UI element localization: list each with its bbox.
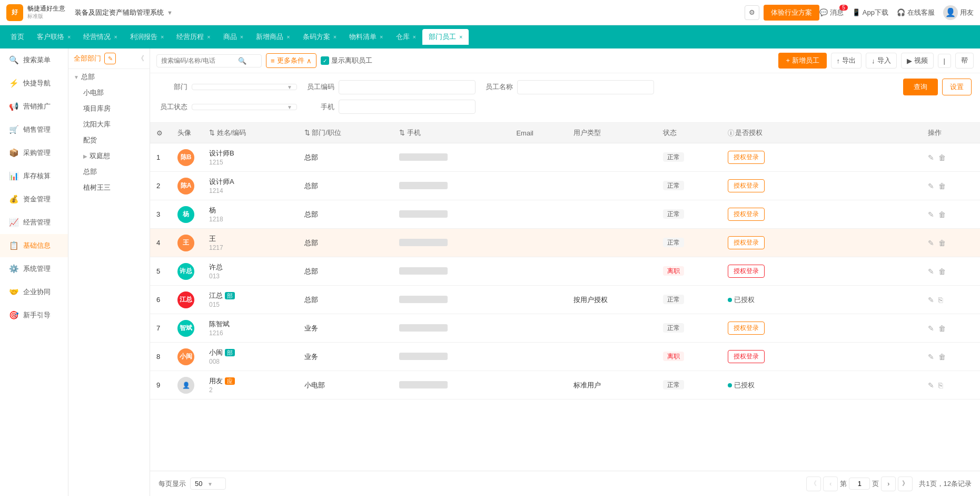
delete-icon[interactable]: 🗑	[938, 153, 946, 162]
add-employee-button[interactable]: + 新增员工	[778, 53, 826, 69]
more-filter-button[interactable]: ≡ 更多条件 ∧	[266, 53, 316, 68]
col-name[interactable]: ⇅ 姓名/编码	[203, 123, 298, 143]
emp-code-input[interactable]	[339, 80, 476, 94]
sidebar-item-marketing[interactable]: 📢 营销推广	[0, 95, 68, 118]
dept-item-shenyang[interactable]: 沈阳大库	[68, 116, 150, 132]
tab-profit[interactable]: 利润报告 ×	[124, 29, 170, 45]
first-page-button[interactable]: 《	[806, 476, 821, 491]
delete-icon[interactable]: 🗑	[938, 353, 946, 361]
dept-item-distribution[interactable]: 配货	[68, 132, 150, 148]
edit-icon[interactable]: ✎	[928, 210, 934, 219]
view-button[interactable]: ▶ 视频	[901, 53, 934, 69]
edit-icon[interactable]: ✎	[928, 239, 934, 247]
next-page-button[interactable]: ›	[881, 476, 896, 491]
edit-icon[interactable]: ✎	[928, 353, 934, 361]
tab-addgoods[interactable]: 新增商品 ×	[250, 29, 296, 45]
dept-edit-button[interactable]: ✎	[104, 53, 116, 64]
sidebar-item-collab[interactable]: 🤝 企业协同	[0, 280, 68, 304]
copy-icon[interactable]: ⎘	[938, 381, 943, 390]
tab-staff[interactable]: 部门员工 ×	[422, 29, 469, 45]
tab-bom[interactable]: 物料清单 ×	[343, 29, 389, 45]
online-service-button[interactable]: 🎧 在线客服	[897, 8, 935, 17]
auth-button[interactable]: 授权登录	[728, 179, 765, 192]
tab-operation[interactable]: 经营情况 ×	[77, 29, 123, 45]
copy-icon[interactable]: ⎘	[938, 296, 943, 304]
delete-icon[interactable]: 🗑	[938, 182, 946, 190]
sidebar-item-system[interactable]: ⚙️ 系统管理	[0, 257, 68, 280]
trial-button[interactable]: 体验行业方案	[764, 5, 819, 21]
tab-addgoods-close[interactable]: ×	[286, 34, 290, 40]
tab-operation-close[interactable]: ×	[114, 34, 117, 40]
col-dept[interactable]: ⇅ 部门/职位	[298, 123, 393, 143]
tab-warehouse-close[interactable]: ×	[413, 34, 416, 40]
tab-warehouse[interactable]: 仓库 ×	[390, 29, 422, 45]
tab-home[interactable]: 首页	[4, 29, 31, 45]
tab-history[interactable]: 经营历程 ×	[170, 29, 216, 45]
sidebar-item-finance[interactable]: 💰 资金管理	[0, 188, 68, 211]
emp-name-input[interactable]	[517, 80, 654, 94]
per-page-select[interactable]: 50 ▼	[190, 478, 226, 490]
more-options-button[interactable]: 帮	[955, 53, 974, 69]
tab-customer-close[interactable]: ×	[67, 34, 71, 40]
prev-page-button[interactable]: ‹	[823, 476, 838, 491]
dept-select[interactable]: ▼	[192, 84, 297, 90]
sidebar-item-sales[interactable]: 🛒 销售管理	[0, 118, 68, 141]
help-button[interactable]: |	[938, 54, 951, 68]
search-input[interactable]	[161, 57, 235, 64]
sidebar-item-search[interactable]: 🔍 搜索菜单	[0, 48, 68, 72]
auth-button[interactable]: 授权登录	[728, 265, 765, 278]
auth-button[interactable]: 授权登录	[728, 350, 765, 363]
dept-item-electronics[interactable]: 小电部	[68, 85, 150, 101]
tab-staff-close[interactable]: ×	[459, 34, 462, 40]
status-select[interactable]: ▼	[192, 104, 297, 110]
dept-all-label[interactable]: 全部部门	[74, 54, 101, 63]
messages-button[interactable]: 💬 消息 5	[819, 8, 844, 17]
import-button[interactable]: ↓ 导入	[866, 53, 897, 69]
dept-item-shuangting[interactable]: ▶ 双庭想	[68, 148, 150, 164]
tab-customer[interactable]: 客户联络 ×	[31, 29, 77, 45]
edit-icon[interactable]: ✎	[928, 153, 934, 162]
set-button[interactable]: 设置	[942, 79, 972, 95]
app-download-button[interactable]: 📱 App下载	[852, 8, 888, 17]
dept-item-projectroom[interactable]: 项目库房	[68, 101, 150, 116]
tab-barcode[interactable]: 条码方案 ×	[296, 29, 343, 45]
delete-icon[interactable]: 🗑	[938, 267, 946, 276]
edit-icon[interactable]: ✎	[928, 267, 934, 276]
dept-item-planting[interactable]: 植树王三	[68, 180, 150, 196]
edit-icon[interactable]: ✎	[928, 381, 934, 390]
phone-input[interactable]	[339, 100, 476, 114]
edit-icon[interactable]: ✎	[928, 182, 934, 190]
delete-icon[interactable]: 🗑	[938, 324, 946, 333]
settings-button[interactable]: ⚙	[745, 5, 759, 20]
auth-button[interactable]: 授权登录	[728, 208, 765, 221]
sidebar-item-operation[interactable]: 📈 经营管理	[0, 211, 68, 234]
tab-goods-close[interactable]: ×	[240, 34, 243, 40]
page-input[interactable]	[849, 478, 870, 490]
auth-button[interactable]: 授权登录	[728, 322, 765, 335]
sidebar-item-inventory[interactable]: 📊 库存核算	[0, 164, 68, 188]
auth-button[interactable]: 授权登录	[728, 151, 765, 164]
show-resigned-checkbox[interactable]: ✓ 显示离职员工	[321, 56, 372, 65]
sidebar-item-purchase[interactable]: 📦 采购管理	[0, 141, 68, 164]
tab-profit-close[interactable]: ×	[161, 34, 164, 40]
tab-goods[interactable]: 商品 ×	[217, 29, 250, 45]
auth-button[interactable]: 授权登录	[728, 236, 765, 249]
tab-bom-close[interactable]: ×	[380, 34, 383, 40]
sidebar-item-quicknav[interactable]: ⚡ 快捷导航	[0, 72, 68, 95]
delete-icon[interactable]: 🗑	[938, 239, 946, 247]
col-phone[interactable]: ⇅ 手机	[393, 123, 510, 143]
delete-icon[interactable]: 🗑	[938, 210, 946, 219]
dept-item-headquarters[interactable]: ▼ 总部	[68, 69, 150, 85]
col-settings[interactable]: ⚙	[150, 123, 171, 143]
tab-history-close[interactable]: ×	[207, 34, 210, 40]
sidebar-item-guide[interactable]: 🎯 新手引导	[0, 304, 68, 327]
dept-item-hq[interactable]: 总部	[68, 164, 150, 180]
search-box[interactable]: 🔍	[156, 54, 262, 67]
system-dropdown-arrow[interactable]: ▼	[167, 9, 173, 16]
tab-barcode-close[interactable]: ×	[333, 34, 336, 40]
export-button[interactable]: ↑ 导出	[831, 53, 862, 69]
user-area[interactable]: 👤 用友	[943, 5, 974, 20]
edit-icon[interactable]: ✎	[928, 296, 934, 304]
query-button[interactable]: 查询	[903, 79, 938, 95]
sidebar-item-basic[interactable]: 📋 基础信息	[0, 234, 68, 257]
